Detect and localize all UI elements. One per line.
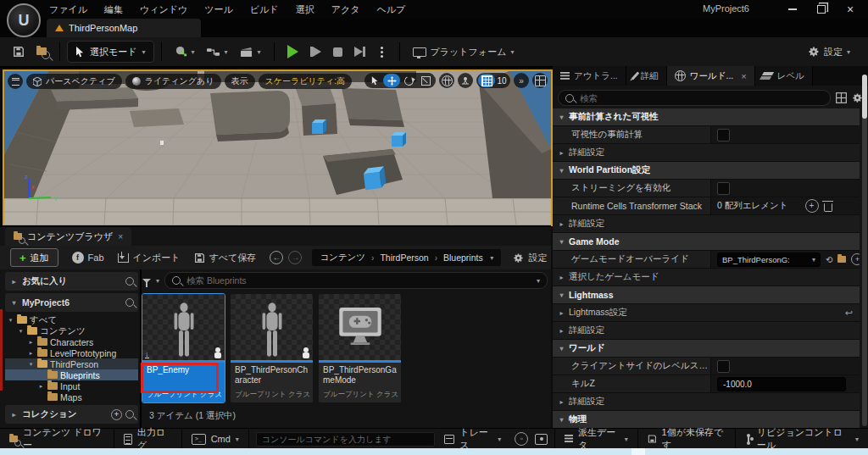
menu-window[interactable]: ウィンドウ [140, 3, 187, 16]
scrollbar-thumb[interactable] [862, 75, 867, 119]
output-log-button[interactable]: 出力ログ [114, 429, 182, 449]
save-button[interactable] [7, 42, 31, 62]
grid-snap-toggle[interactable] [478, 74, 495, 87]
tab-outliner[interactable]: アウトラ... [553, 66, 626, 86]
import-button[interactable]: インポート [118, 252, 181, 264]
asset-search-input[interactable] [185, 275, 532, 286]
trash-icon[interactable] [824, 203, 832, 212]
reset-icon[interactable]: ↩ [845, 308, 853, 319]
filter-icon[interactable] [142, 279, 151, 283]
section-physics[interactable]: ▾物理 [553, 411, 860, 428]
trace-dropdown[interactable]: トレース ▾ [435, 429, 511, 449]
favorites-section[interactable]: ▸ お気に入り [5, 272, 138, 291]
back-button[interactable]: ← [270, 251, 283, 264]
cb-settings-dropdown[interactable]: 設定 [513, 252, 547, 264]
world-space-toggle[interactable] [439, 73, 454, 88]
menu-actor[interactable]: アクタ [331, 3, 360, 16]
close-icon[interactable]: × [741, 71, 746, 81]
save-all-button[interactable]: すべて保存 [194, 252, 257, 264]
tree-item-levelprototyping[interactable]: ▸LevelPrototyping [5, 347, 138, 358]
project-section[interactable]: ▾ MyProject6 [5, 293, 138, 312]
checkbox[interactable] [717, 129, 730, 141]
row-selected-gamemode[interactable]: ▸選択したゲームモード [553, 269, 860, 286]
checkbox[interactable] [717, 182, 730, 195]
row-advanced-2[interactable]: ▸詳細設定 [553, 215, 860, 233]
section-world[interactable]: ▾ワールド [553, 340, 860, 358]
derived-data-dropdown[interactable]: 派生データ ▾ [555, 429, 638, 449]
content-drawer-button[interactable]: コンテンツ ドロワー [0, 429, 114, 449]
surface-snap-button[interactable] [458, 73, 473, 88]
eject-button[interactable] [348, 42, 371, 62]
tree-item-characters[interactable]: ▸Characters [5, 336, 138, 347]
cinematics-dropdown[interactable]: ▾ [234, 42, 267, 62]
scrollbar[interactable] [862, 75, 867, 426]
menu-edit[interactable]: 編集 [104, 3, 123, 16]
browse-icon[interactable] [837, 254, 846, 264]
add-actor-dropdown[interactable]: ▾ [169, 42, 201, 62]
tree-item-all[interactable]: ▾すべて [5, 314, 138, 325]
asset-bp-thirdpersoncharacter[interactable]: BP_ThirdPersonCharacter ブループリント クラス [231, 294, 313, 402]
search-icon[interactable] [125, 277, 134, 286]
asset-search-box[interactable]: ▾ [164, 272, 548, 289]
show-dropdown[interactable]: 表示 [225, 74, 255, 89]
breadcrumb-blueprints[interactable]: Blueprints [443, 252, 483, 263]
add-element-icon[interactable]: + [805, 199, 819, 213]
row-advanced-1[interactable]: ▸詳細設定 [553, 144, 860, 162]
play-button[interactable] [281, 42, 304, 62]
platform-dropdown[interactable]: プラットフォーム ▾ [407, 42, 520, 62]
rotate-tool-button[interactable] [400, 74, 417, 87]
expand-toolbar-button[interactable]: » [514, 73, 529, 88]
row-advanced-3[interactable]: ▸詳細設定 [553, 322, 860, 340]
forward-button[interactable]: → [288, 251, 302, 264]
use-selected-icon[interactable]: ⟲ [826, 255, 832, 264]
add-collection-icon[interactable]: + [111, 409, 122, 420]
unsaved-button[interactable]: 1個が未保存です [638, 429, 736, 449]
menu-file[interactable]: ファイル [49, 3, 87, 16]
stop-button[interactable] [327, 42, 348, 62]
content-browser-tab[interactable]: コンテンツブラウザ × [5, 227, 131, 246]
insights-button[interactable]: ◦ [510, 429, 532, 449]
search-box[interactable] [558, 90, 831, 106]
breadcrumb-content[interactable]: コンテンツ [320, 252, 365, 264]
restore-button[interactable] [809, 0, 834, 19]
collections-section[interactable]: ▸ コレクション + [5, 405, 138, 424]
kill-z-input[interactable] [717, 377, 846, 391]
menu-select[interactable]: 選択 [296, 3, 314, 16]
perspective-dropdown[interactable]: パースペクティブ [26, 74, 122, 89]
tab-world-settings[interactable]: ワールド... × [667, 66, 755, 86]
menu-tools[interactable]: ツール [204, 3, 233, 16]
lit-mode-dropdown[interactable]: ライティングあり [125, 74, 221, 89]
tree-item-input[interactable]: ▸Input [5, 380, 138, 391]
tree-item-thirdperson[interactable]: ▾ThirdPerson [5, 358, 138, 369]
panel-divider[interactable] [140, 269, 142, 430]
tab-details[interactable]: 詳細 [626, 66, 667, 86]
close-button[interactable]: × [837, 0, 863, 19]
search-input[interactable] [578, 92, 823, 104]
close-icon[interactable]: × [118, 232, 123, 241]
scale-tool-button[interactable] [417, 74, 434, 87]
move-tool-button[interactable] [383, 74, 400, 87]
play-options-button[interactable] [371, 42, 392, 62]
gamemode-combo[interactable]: BP_ThirdPersonG:▾ [717, 252, 821, 267]
unreal-logo-icon[interactable]: U [7, 3, 41, 37]
fab-button[interactable]: f Fab [72, 252, 104, 264]
checkbox[interactable] [717, 360, 730, 373]
asset-bp-thirdpersongamemode[interactable]: BP_ThirdPersonGameMode ブループリント クラス [319, 294, 401, 402]
level-viewport[interactable]: Y z x パースペクティブ ライティングあり 表示 スケーラビリティ:高 [3, 69, 553, 226]
scalability-badge[interactable]: スケーラビリティ:高 [259, 74, 352, 89]
column-view-icon[interactable] [836, 92, 847, 103]
cmd-dropdown[interactable]: >_ Cmd ▾ [182, 429, 249, 449]
section-game-mode[interactable]: ▾Game Mode [553, 233, 860, 251]
viewport-menu-button[interactable] [8, 74, 23, 89]
menu-build[interactable]: ビルド [250, 3, 279, 16]
row-lightmass-settings[interactable]: ▸Lightmass設定↩ [553, 304, 860, 322]
minimize-button[interactable] [780, 0, 805, 19]
section-precomputed-visibility[interactable]: ▾事前計算された可視性 [553, 108, 860, 126]
search-icon[interactable] [125, 298, 134, 307]
breadcrumb-thirdperson[interactable]: ThirdPerson [380, 252, 428, 263]
breadcrumb[interactable]: コンテンツ › ThirdPerson › Blueprints ▾ [312, 249, 501, 266]
select-tool-button[interactable] [366, 74, 383, 87]
section-lightmass[interactable]: ▾Lightmass [553, 286, 860, 304]
revision-control-dropdown[interactable]: リビジョンコントロール ▾ [736, 429, 868, 449]
console-input[interactable] [256, 432, 435, 447]
